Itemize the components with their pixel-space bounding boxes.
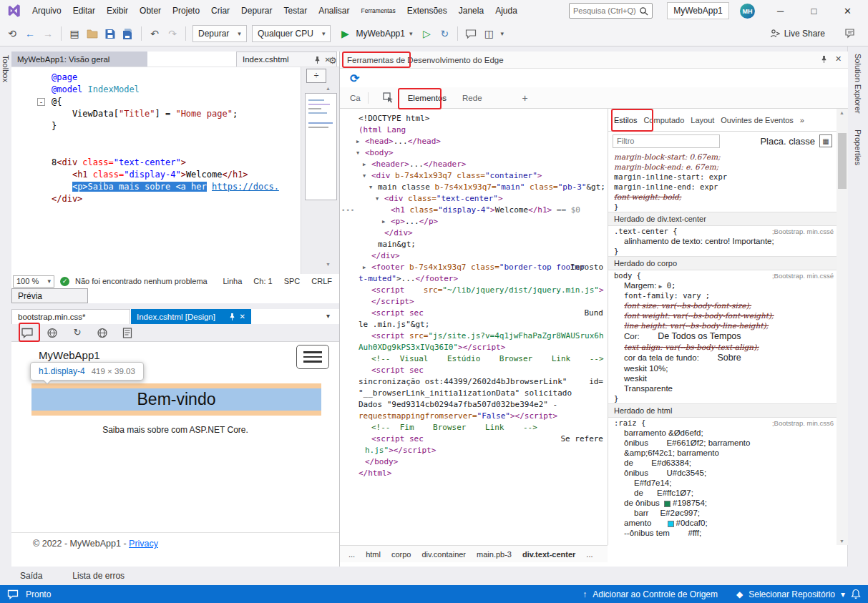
style-rule-row[interactable]: weskit 10%; (608, 363, 837, 373)
menu-item-ajuda[interactable]: Ajuda (489, 6, 523, 16)
style-rule-row[interactable]: } (608, 393, 837, 403)
style-rule-row[interactable]: Cor: De Todos os Tempos (608, 330, 837, 342)
dom-tree-row[interactable]: (html Lang (340, 124, 608, 136)
split-view-icon[interactable]: ◫ (482, 27, 495, 40)
stylesheet-source-link[interactable]: ;Bootstrap. min.cssé (772, 272, 834, 280)
breadcrumb-item[interactable]: corpo (391, 550, 411, 559)
dom-tree-row[interactable]: </body> (340, 456, 608, 468)
style-rule-row[interactable]: weskit (608, 373, 837, 383)
breadcrumb-item[interactable]: ... (348, 550, 355, 559)
preview-site-title[interactable]: MyWebApp1 (39, 349, 100, 361)
style-rule-row[interactable]: alinhamento de texto: centro! Importante… (608, 236, 837, 246)
style-rule-row[interactable]: Transparente (608, 383, 837, 393)
dom-tree-row[interactable]: </script> (340, 296, 608, 308)
menu-item-extensões[interactable]: Extensões (401, 6, 453, 16)
menu-item-analisar[interactable]: Analisar (313, 6, 355, 16)
style-rule-row[interactable]: text align: var(--bs-body-text-align); (608, 342, 837, 352)
style-rule-row[interactable]: cor da tela de fundo: Sobre (608, 352, 837, 363)
style-rule-row[interactable]: .text-center {;Bootstrap. min.cssé (608, 226, 837, 236)
code-editor[interactable]: @page@model IndexModel-@{ ViewData["Titl… (11, 67, 301, 274)
dom-tree-row[interactable]: requestmappingfromserver="False"></scrip… (340, 411, 608, 422)
properties-tab[interactable]: Properties (854, 129, 862, 165)
toggle-element-state-icon[interactable]: ▦ (819, 134, 832, 147)
dom-tree-row[interactable]: </div> (340, 227, 608, 239)
style-rule-row[interactable]: font weight: bold; (608, 192, 837, 202)
tab-elements[interactable]: Elementos (401, 94, 454, 102)
pin-icon[interactable] (821, 55, 827, 63)
gear-icon[interactable]: ⚙ (328, 55, 337, 66)
error-list-tab[interactable]: Lista de erros (72, 571, 125, 581)
style-rule-row[interactable]: ônibus U#dc3545; (608, 468, 837, 478)
globe-icon[interactable] (96, 328, 109, 338)
zoom-dropdown[interactable]: 100 % ▾ (13, 275, 54, 288)
minimize-button[interactable]: ─ (764, 0, 797, 21)
hamburger-menu-button[interactable] (296, 345, 329, 369)
tab-styles[interactable]: Estilos (614, 116, 637, 124)
globe-sync-icon[interactable] (46, 328, 59, 338)
dom-tree-row[interactable]: <!-- Visual Estúdio Browser Link --> (340, 353, 608, 365)
style-rule-row[interactable]: font size: var(--bs-body-font-size); (608, 300, 837, 310)
dom-tree-row[interactable]: <script secSe refere (340, 433, 608, 445)
tab-project-overview[interactable]: MyWebApp1: Visão geral (11, 52, 147, 67)
style-rule-row[interactable]: margin-block-end: e. 67em; (608, 162, 837, 172)
split-editor-handle-icon[interactable]: ÷ (306, 69, 326, 83)
style-rule-row[interactable]: line height: var(--bs-body-line-height); (608, 320, 837, 330)
start-debugging-button[interactable]: ▶ MyWebApp1 ▾ (336, 27, 415, 40)
dom-tree-row[interactable]: le .min.js"&gt; (340, 319, 608, 330)
dom-tree-row[interactable]: <script secBund (340, 308, 608, 319)
dom-tree-row[interactable]: Dados "9ed9314cb0294a7fba507d032be394e2"… (340, 399, 608, 411)
dom-tree-row[interactable]: "__browserLink_initia1izationData" solic… (340, 388, 608, 399)
menu-item-exibir[interactable]: Exibir (101, 6, 134, 16)
search-box[interactable] (569, 3, 653, 19)
maximize-button[interactable]: □ (797, 0, 831, 21)
feedback-comment-icon[interactable] (7, 589, 19, 599)
dom-tree-row[interactable]: </div> (340, 250, 608, 262)
redo-icon[interactable]: ↷ (166, 27, 179, 40)
style-rule-row[interactable]: margin-inline-start: expr (608, 172, 837, 182)
scroll-down-icon[interactable]: ▼ (839, 539, 844, 544)
style-rule-row[interactable]: body {;Bootstrap. min.cssé (608, 270, 837, 280)
breadcrumb-item[interactable]: div.container (421, 550, 466, 559)
close-icon[interactable]: ✕ (835, 54, 842, 64)
style-rule-row[interactable]: barr E#2øc997; (608, 508, 837, 518)
styles-scrollbar[interactable]: ▲ ▼ (837, 109, 848, 545)
tab-layout[interactable]: Layout (691, 116, 714, 124)
twisty-icon[interactable]: ▼ (369, 182, 372, 193)
twisty-icon[interactable]: ▶ (363, 262, 366, 273)
style-rule-row[interactable]: Margem: ▶ 0; (608, 280, 837, 290)
style-rule-row[interactable]: de ônibus #198754; (608, 498, 837, 508)
new-project-icon[interactable]: ▤ (68, 27, 81, 40)
start-without-debugging-icon[interactable]: ▷ (420, 27, 433, 40)
style-rule-row[interactable]: amento #0dcaf0; (608, 518, 837, 528)
menu-item-ferramentas[interactable]: Ferramentas (356, 7, 401, 14)
save-icon[interactable] (104, 29, 117, 39)
stylesheet-source-link[interactable]: ;Bootstrap. min.cssé (772, 227, 834, 235)
tab-index-design[interactable]: Index.cshtml [Design] ✕ (131, 309, 251, 324)
style-rule-row[interactable]: margin-inline-end: expr (608, 182, 837, 192)
search-input[interactable] (573, 6, 639, 15)
scroll-up-icon[interactable]: ▲ (839, 110, 844, 115)
undo-icon[interactable]: ↶ (148, 27, 161, 40)
fold-toggle-icon[interactable]: - (37, 98, 45, 106)
dom-tree-row[interactable]: <script src="~/lib/jquery/dist/jquery.mi… (340, 285, 608, 296)
browser-link-comment-icon[interactable] (21, 328, 34, 338)
dom-tree-row[interactable]: ▶<head>...</head> (340, 136, 608, 147)
styles-filter-input[interactable] (613, 134, 720, 148)
highlighted-heading[interactable]: Bem-vindo (31, 388, 321, 411)
menu-item-projeto[interactable]: Projeto (167, 6, 205, 16)
open-folder-icon[interactable] (86, 29, 99, 39)
tab-event-listeners[interactable]: Ouvintes de Eventos (721, 116, 794, 124)
menu-item-arquivo[interactable]: Arquivo (26, 6, 67, 16)
output-tab[interactable]: Saída (20, 571, 42, 581)
forward-arrow-icon[interactable]: → (42, 27, 54, 40)
twisty-icon[interactable]: ▶ (363, 159, 366, 170)
style-rule-row[interactable]: font-family: vary ; (608, 290, 837, 300)
stylesheet-source-link[interactable]: ;Bootstrap. min.css6 (772, 419, 834, 427)
style-rule-row[interactable]: :raiz {;Bootstrap. min.css6 (608, 418, 837, 428)
style-rule-row[interactable]: E#fd7e14; (608, 478, 837, 488)
dom-tree-row[interactable]: main&gt; (340, 239, 608, 250)
dom-tree-row[interactable]: ▶<p>...</p> (340, 216, 608, 227)
dom-tree-row[interactable]: ▶<header>...</header> (340, 159, 608, 170)
platform-dropdown[interactable]: Qualquer CPU ▾ (252, 25, 331, 42)
tab-computed[interactable]: Computado (643, 116, 684, 124)
